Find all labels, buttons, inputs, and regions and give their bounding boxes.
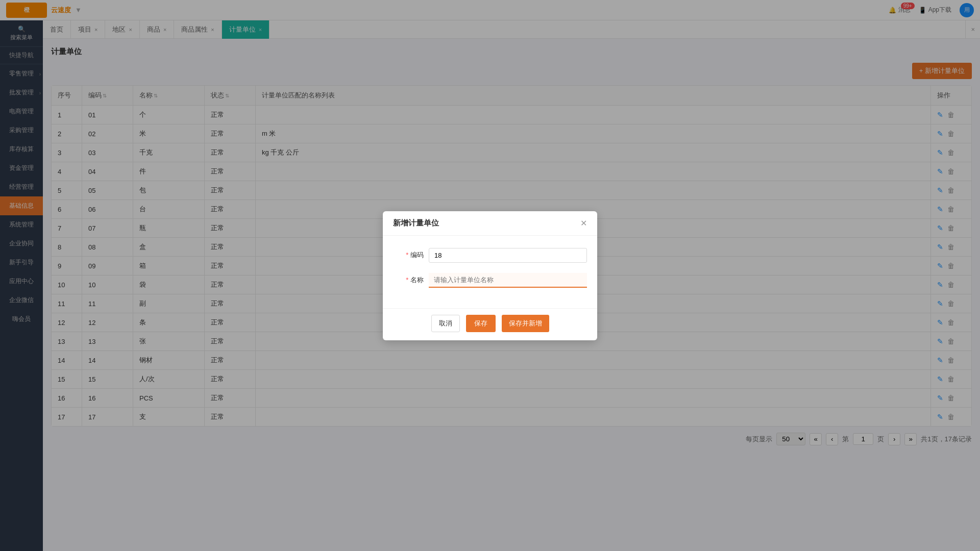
modal-title: 新增计量单位	[393, 218, 439, 228]
form-row-name: * 名称	[393, 273, 587, 288]
cancel-button[interactable]: 取消	[431, 315, 460, 332]
modal-overlay[interactable]: 新增计量单位 ✕ * 编码 * 名称 取消 保存 保存并新增	[0, 0, 980, 551]
modal-add-unit: 新增计量单位 ✕ * 编码 * 名称 取消 保存 保存并新增	[383, 211, 597, 340]
name-input[interactable]	[429, 273, 587, 288]
code-input[interactable]	[429, 248, 587, 263]
modal-body: * 编码 * 名称	[383, 236, 597, 308]
modal-header: 新增计量单位 ✕	[383, 211, 597, 236]
code-label: * 编码	[393, 251, 424, 260]
required-mark: *	[406, 276, 408, 284]
save-and-new-button[interactable]: 保存并新增	[502, 315, 549, 332]
name-label: * 名称	[393, 276, 424, 285]
modal-footer: 取消 保存 保存并新增	[383, 308, 597, 340]
form-row-code: * 编码	[393, 248, 587, 263]
save-button[interactable]: 保存	[466, 315, 496, 332]
modal-close-button[interactable]: ✕	[580, 218, 587, 228]
required-mark: *	[406, 251, 408, 259]
